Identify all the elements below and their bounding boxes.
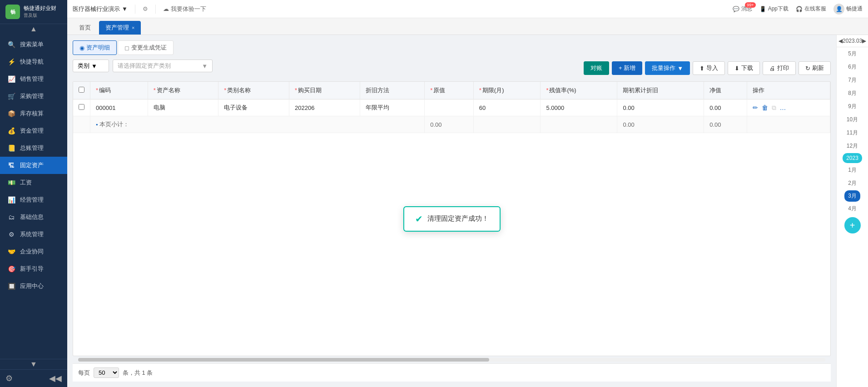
cell-action: ✏ 🗑 ⧉ … xyxy=(747,99,830,116)
reconcile-button[interactable]: 对账 xyxy=(584,61,609,75)
subtotal-row: ▪ 本页小计： 0.00 0.00 0.00 xyxy=(73,116,830,133)
sidebar-item-label: 搜索菜单 xyxy=(20,40,44,49)
customer-service-button[interactable]: 🎧 在线客服 xyxy=(796,5,826,13)
table-scrollbar[interactable] xyxy=(78,358,825,362)
experience-button[interactable]: ☁ 我要体验一下 xyxy=(163,5,206,13)
user-avatar: 👤 xyxy=(833,4,844,15)
sidebar-item-operations[interactable]: 📊 经营管理 xyxy=(0,191,67,208)
operations-icon: 📊 xyxy=(7,196,15,204)
sidebar-item-cooperation[interactable]: 🤝 企业协同 xyxy=(0,243,67,260)
sidebar-item-fixed-assets[interactable]: 🏗 固定资产 xyxy=(0,157,67,174)
payroll-icon: 💵 xyxy=(7,179,15,187)
timeline-months: 5月 6月 7月 8月 9月 10月 11月 12月 2023 1月 2月 3月… xyxy=(837,47,868,387)
col-net-value: 净值 xyxy=(704,82,747,99)
add-month-button[interactable]: + xyxy=(844,217,861,233)
sidebar-item-apps[interactable]: 🔲 应用中心 xyxy=(0,278,67,295)
subtotal-original: 0.00 xyxy=(425,116,474,133)
timeline-month-8[interactable]: 8月 xyxy=(837,87,868,100)
timeline-month-10[interactable]: 10月 xyxy=(837,113,868,126)
sidebar-item-label: 基础信息 xyxy=(20,213,44,221)
right-panel-header: ◀ 2023.03 ▶ xyxy=(837,35,868,47)
row-checkbox[interactable] xyxy=(79,104,84,110)
select-all-checkbox[interactable] xyxy=(79,87,84,93)
timeline-month-5[interactable]: 5月 xyxy=(837,47,868,60)
timeline-month-7[interactable]: 7月 xyxy=(837,74,868,87)
sidebar: 畅 畅捷通好业财 普及版 ▲ 🔍 搜索菜单 ⚡ 快捷导航 📈 销售管理 🛒 采购… xyxy=(0,0,67,387)
sidebar-item-ledger[interactable]: 📒 总账管理 xyxy=(0,139,67,157)
timeline-month-9[interactable]: 9月 xyxy=(837,100,868,113)
right-arrow-icon[interactable]: ▶ xyxy=(862,38,866,44)
subtotal-net: 0.00 xyxy=(704,116,747,133)
sidebar-item-guide[interactable]: 🎯 新手引导 xyxy=(0,260,67,278)
right-panel: ◀ 2023.03 ▶ 5月 6月 7月 8月 9月 10月 11月 12月 2… xyxy=(836,35,868,387)
print-button[interactable]: 🖨 打印 xyxy=(763,61,796,75)
table-row: 000001 电脑 电子设备 202206 年限平均 60 5.0000 0.0… xyxy=(73,99,830,116)
ledger-icon: 📒 xyxy=(7,144,15,152)
user-menu-button[interactable]: 👤 畅捷通 xyxy=(833,4,863,15)
cloud-icon: ☁ xyxy=(163,5,169,12)
gear-settings-icon[interactable]: ⚙ xyxy=(143,5,148,12)
timeline-month-3-current[interactable]: 3月 xyxy=(844,190,860,202)
timeline-month-4[interactable]: 4月 xyxy=(837,202,868,215)
batch-ops-button[interactable]: 批量操作 ▼ xyxy=(645,61,690,75)
sidebar-item-search[interactable]: 🔍 搜索菜单 xyxy=(0,36,67,53)
sidebar-item-label: 企业协同 xyxy=(20,248,44,256)
tab-asset-management[interactable]: 资产管理 × xyxy=(99,21,141,35)
download-icon: ⬇ xyxy=(734,65,739,72)
app-download-button[interactable]: 📱 App下载 xyxy=(759,5,789,13)
settings-icon[interactable]: ⚙ xyxy=(5,373,13,383)
timeline-year-2023[interactable]: 2023 xyxy=(843,153,862,163)
col-initial-dep: 期初累计折旧 xyxy=(617,82,704,99)
sub-tab-change-voucher[interactable]: ◻ 变更生成凭证 xyxy=(118,40,174,55)
more-icon[interactable]: … xyxy=(780,104,786,111)
fixed-assets-icon: 🏗 xyxy=(7,161,15,169)
sidebar-item-quick-nav[interactable]: ⚡ 快捷导航 xyxy=(0,53,67,70)
page-size-select[interactable]: 50 100 200 xyxy=(94,367,119,378)
collapse-icon[interactable]: ◀◀ xyxy=(49,373,62,383)
sidebar-item-system[interactable]: ⚙ 系统管理 xyxy=(0,226,67,243)
company-selector[interactable]: 医疗器械行业演示 ▼ xyxy=(73,5,128,13)
finance-icon: 💰 xyxy=(7,127,15,135)
cell-residual-rate: 5.0000 xyxy=(541,99,617,116)
download-button[interactable]: ⬇ 下载 xyxy=(728,61,760,75)
app-subtitle: 普及版 xyxy=(24,12,56,19)
new-button[interactable]: + 新增 xyxy=(612,61,642,75)
edit-icon[interactable]: ✏ xyxy=(753,104,758,111)
category-input[interactable]: 请选择固定资产类别 ▼ xyxy=(113,60,213,72)
sidebar-item-sales[interactable]: 📈 销售管理 xyxy=(0,70,67,88)
timeline-month-6[interactable]: 6月 xyxy=(837,60,868,74)
sidebar-item-label: 总账管理 xyxy=(20,144,44,152)
sidebar-item-payroll[interactable]: 💵 工资 xyxy=(0,174,67,191)
service-icon: 🎧 xyxy=(796,6,803,12)
sidebar-item-inventory[interactable]: 📦 库存核算 xyxy=(0,105,67,122)
left-arrow-icon[interactable]: ◀ xyxy=(838,38,843,44)
timeline-month-11[interactable]: 11月 xyxy=(837,126,868,139)
sidebar-item-basic-info[interactable]: 🗂 基础信息 xyxy=(0,208,67,226)
sidebar-item-label: 采购管理 xyxy=(20,92,44,100)
cell-depreciation-method: 年限平均 xyxy=(360,99,425,116)
content-area: ◉ 资产明细 ◻ 变更生成凭证 类别 ▼ 请选择固定资产类别 xyxy=(67,35,836,387)
sidebar-header: 畅 畅捷通好业财 普及版 xyxy=(0,0,67,24)
year-display: 2023.03 xyxy=(843,38,862,44)
tab-home[interactable]: 首页 xyxy=(73,21,97,35)
delete-icon[interactable]: 🗑 xyxy=(762,104,768,111)
sidebar-scroll-down[interactable]: ▼ xyxy=(30,360,37,368)
refresh-button[interactable]: ↻ 刷新 xyxy=(799,61,831,75)
select-all-header xyxy=(73,82,90,99)
timeline-month-2[interactable]: 2月 xyxy=(837,177,868,190)
sub-tab-asset-detail[interactable]: ◉ 资产明细 xyxy=(73,40,117,55)
category-filter[interactable]: 类别 ▼ xyxy=(73,60,109,72)
message-icon: 💬 xyxy=(733,6,739,12)
import-button[interactable]: ⬆ 导入 xyxy=(693,61,725,75)
tab-close-icon[interactable]: × xyxy=(132,25,134,30)
subtotal-empty3 xyxy=(541,116,617,133)
copy-icon[interactable]: ⧉ xyxy=(772,104,776,112)
message-button[interactable]: 💬 消息 99+ xyxy=(733,5,752,13)
message-badge: 99+ xyxy=(745,2,755,8)
sidebar-item-purchase[interactable]: 🛒 采购管理 xyxy=(0,88,67,105)
col-category: *类别名称 xyxy=(218,82,289,99)
sidebar-scroll-up[interactable]: ▲ xyxy=(30,25,37,33)
timeline-month-12[interactable]: 12月 xyxy=(837,139,868,153)
timeline-month-1[interactable]: 1月 xyxy=(837,164,868,177)
sidebar-item-finance[interactable]: 💰 资金管理 xyxy=(0,122,67,139)
